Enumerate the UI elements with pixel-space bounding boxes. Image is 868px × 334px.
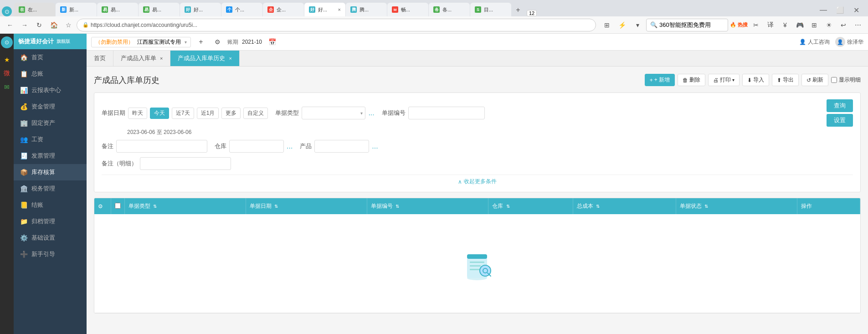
nav-item-tutorial[interactable]: ➕ 新手引导 bbox=[14, 246, 87, 262]
refresh-button[interactable]: ↺ 刷新 bbox=[801, 74, 828, 86]
export-button[interactable]: ⬆ 导出 bbox=[772, 74, 799, 86]
warehouse-filter-dots[interactable]: ... bbox=[287, 142, 293, 150]
customer-service-button[interactable]: 👤 人工咨询 bbox=[799, 38, 830, 46]
tab-7[interactable]: 企 企... bbox=[263, 3, 304, 16]
page-tab-list[interactable]: 产成品入库单 × bbox=[113, 51, 170, 66]
game-icon[interactable]: 🎮 bbox=[793, 19, 806, 31]
nav-item-reports[interactable]: 📊 云报表中心 bbox=[14, 82, 87, 98]
nav-item-home[interactable]: 🏠 首页 bbox=[14, 49, 87, 66]
new-tab-button[interactable]: + bbox=[512, 4, 524, 16]
delete-button[interactable]: 🗑 删除 bbox=[678, 74, 705, 86]
th-type-sort-icon[interactable]: ⇅ bbox=[153, 204, 157, 209]
warehouse-filter-input[interactable] bbox=[229, 140, 284, 153]
th-type[interactable]: 单据类型 ⇅ bbox=[124, 198, 246, 214]
import-button[interactable]: ⬇ 导入 bbox=[742, 74, 769, 86]
th-status-sort-icon[interactable]: ⇅ bbox=[704, 204, 708, 209]
new-record-button[interactable]: + + 新增 bbox=[645, 74, 675, 86]
tab-6[interactable]: 个 个... bbox=[221, 3, 262, 16]
filter-settings-button[interactable]: 设置 bbox=[827, 114, 853, 127]
nav-item-settlement[interactable]: 📒 结账 bbox=[14, 197, 87, 213]
th-number-sort-icon[interactable]: ⇅ bbox=[395, 204, 399, 209]
window-maximize-button[interactable]: ⬜ bbox=[833, 4, 846, 16]
company-settings-icon[interactable]: ⚙ bbox=[211, 36, 224, 48]
th-checkbox[interactable] bbox=[111, 198, 124, 214]
sun-icon[interactable]: ☀ bbox=[822, 19, 835, 31]
window-minimize-button[interactable]: — bbox=[817, 4, 830, 16]
tab-1[interactable]: 在 在... bbox=[14, 3, 55, 16]
undo-icon[interactable]: ↩ bbox=[837, 19, 850, 31]
tab-3[interactable]: 易 易... bbox=[97, 3, 138, 16]
number-filter-input[interactable] bbox=[408, 107, 485, 119]
th-settings[interactable]: ⚙ bbox=[94, 198, 111, 214]
translate-icon[interactable]: 译 bbox=[764, 19, 777, 31]
tab-8-close-icon[interactable]: × bbox=[338, 7, 341, 12]
tab-10[interactable]: M 畅... bbox=[387, 3, 428, 16]
tab-12[interactable]: S 目... bbox=[470, 3, 511, 16]
url-input[interactable]: 🔒 https://cloud.chanjet.com/accounting/u… bbox=[77, 19, 596, 31]
date-more-button[interactable]: 更多 bbox=[221, 108, 241, 119]
date-yesterday-button[interactable]: 昨天 bbox=[128, 108, 147, 119]
user-profile-button[interactable]: 👤 徐泽华 bbox=[835, 37, 863, 47]
calendar-icon[interactable]: 📅 bbox=[266, 36, 278, 48]
collapse-button[interactable]: ∧ 收起更多条件 bbox=[102, 175, 853, 185]
tab-5[interactable]: 好 好... bbox=[180, 3, 221, 16]
bookmark-button[interactable]: ☆ bbox=[62, 19, 75, 31]
column-settings-icon[interactable]: ⚙ bbox=[98, 203, 103, 210]
th-status[interactable]: 单据状态 ⇅ bbox=[676, 198, 797, 214]
nav-item-archive[interactable]: 📁 归档管理 bbox=[14, 213, 87, 230]
sidebar-star-icon[interactable]: ★ bbox=[1, 54, 13, 66]
show-detail-cols-toggle[interactable]: 显示明细 bbox=[831, 76, 861, 84]
search-box[interactable]: 🔍 360智能抠图免费用 bbox=[646, 19, 728, 31]
th-warehouse-sort-icon[interactable]: ⇅ bbox=[506, 204, 510, 209]
th-date-sort-icon[interactable]: ⇅ bbox=[274, 204, 278, 209]
print-button[interactable]: 🖨 打印 ▾ bbox=[708, 74, 740, 86]
th-number[interactable]: 单据编号 ⇅ bbox=[367, 198, 488, 214]
nav-item-assets[interactable]: 🏢 固定资产 bbox=[14, 115, 87, 131]
tab-11[interactable]: 各 各... bbox=[429, 3, 470, 16]
breadcrumb-home[interactable]: 首页 bbox=[87, 51, 113, 66]
date-1month-button[interactable]: 近1月 bbox=[197, 108, 219, 119]
th-total-cost-sort-icon[interactable]: ⇅ bbox=[596, 204, 600, 209]
nav-item-invoices[interactable]: 🧾 发票管理 bbox=[14, 148, 87, 164]
lightning-icon[interactable]: ⚡ bbox=[616, 19, 629, 31]
tab-8[interactable]: 好 好... × bbox=[304, 3, 345, 16]
tab-4[interactable]: 易 易... bbox=[139, 3, 180, 16]
nav-item-payroll[interactable]: 👥 工资 bbox=[14, 131, 87, 148]
tab-2[interactable]: 新 新... bbox=[56, 3, 97, 16]
more-options-icon[interactable]: ⋯ bbox=[852, 19, 864, 31]
grid-icon[interactable]: ⊞ bbox=[601, 19, 613, 31]
add-company-button[interactable]: + bbox=[195, 36, 207, 48]
refresh-button[interactable]: ↻ bbox=[33, 19, 46, 31]
type-filter-dots[interactable]: ... bbox=[368, 109, 374, 117]
currency-icon[interactable]: ¥ bbox=[779, 19, 791, 31]
date-7days-button[interactable]: 近7天 bbox=[172, 108, 194, 119]
company-selector[interactable]: （勿删勿禁用） 江西服宝测试专用 ▾ bbox=[91, 37, 191, 47]
select-all-checkbox[interactable] bbox=[115, 203, 121, 209]
product-filter-dots[interactable]: ... bbox=[372, 142, 378, 150]
detail-note-filter-input[interactable] bbox=[140, 157, 231, 170]
th-date[interactable]: 单据日期 ⇅ bbox=[246, 198, 367, 214]
nav-item-ledger[interactable]: 📋 总账 bbox=[14, 66, 87, 82]
page-tab-history[interactable]: 产成品入库单历史 × bbox=[170, 51, 239, 66]
product-filter-input[interactable] bbox=[314, 140, 369, 153]
dropdown-icon[interactable]: ▾ bbox=[632, 19, 644, 31]
note-filter-input[interactable] bbox=[116, 140, 207, 153]
type-select[interactable] bbox=[302, 107, 365, 119]
tab-9[interactable]: 腾 腾... bbox=[346, 3, 387, 16]
app-logo-icon[interactable]: ⊙ bbox=[1, 36, 13, 48]
nav-item-settings[interactable]: ⚙️ 基础设置 bbox=[14, 230, 87, 246]
browser-menu-icon[interactable]: ⊙ bbox=[2, 6, 12, 16]
window-close-button[interactable]: ✕ bbox=[850, 4, 863, 16]
sidebar-weibo-icon[interactable]: 微 bbox=[1, 67, 13, 79]
nav-item-tax[interactable]: 🏛️ 税务管理 bbox=[14, 180, 87, 197]
layout-icon[interactable]: ⊞ bbox=[808, 19, 821, 31]
back-button[interactable]: ← bbox=[4, 19, 16, 31]
date-custom-button[interactable]: 自定义 bbox=[243, 108, 268, 119]
forward-button[interactable]: → bbox=[18, 19, 31, 31]
nav-item-inventory[interactable]: 📦 库存核算 bbox=[14, 164, 87, 180]
show-cols-checkbox[interactable] bbox=[831, 77, 837, 83]
scissors-icon[interactable]: ✂ bbox=[750, 19, 762, 31]
home-button[interactable]: 🏠 bbox=[47, 19, 60, 31]
sidebar-mail-icon[interactable]: ✉ bbox=[1, 81, 13, 93]
page-tab-list-close-icon[interactable]: × bbox=[160, 56, 163, 61]
